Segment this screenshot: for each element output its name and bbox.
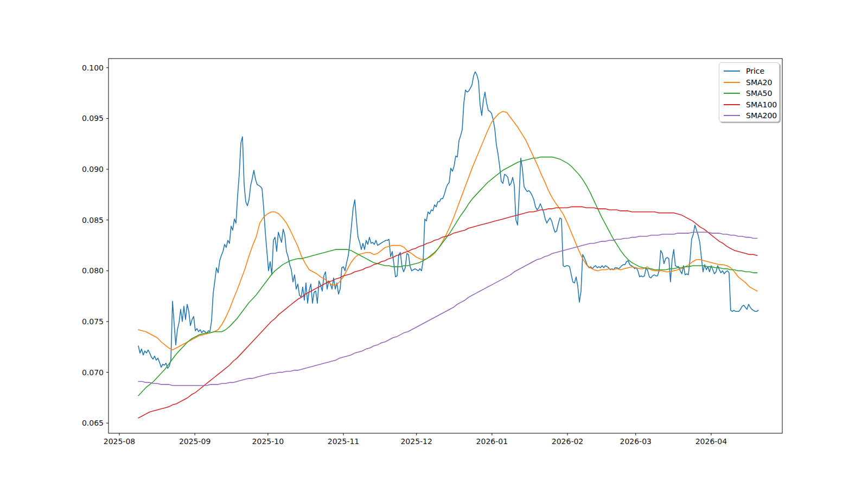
x-tick-label: 2026-02	[552, 437, 584, 446]
series-line-sma100	[138, 207, 757, 418]
axes-spines	[108, 59, 782, 433]
legend-line-sample	[724, 93, 740, 94]
legend-line-sample	[724, 70, 740, 72]
y-tick-label: 0.085	[82, 216, 104, 224]
legend-item-sma50: SMA50	[719, 88, 779, 99]
y-tick-label: 0.090	[82, 165, 104, 174]
series-line-price	[138, 72, 758, 368]
y-tick-label: 0.095	[82, 114, 104, 123]
legend-item-price: Price	[719, 66, 779, 77]
y-tick-label: 0.070	[82, 368, 104, 377]
x-tick-label: 2026-03	[620, 437, 652, 446]
legend-item-sma20: SMA20	[719, 77, 779, 88]
legend-label: SMA100	[746, 101, 777, 108]
legend-label: Price	[746, 67, 764, 75]
y-tick-label: 0.075	[82, 317, 104, 326]
x-tick-label: 2025-08	[104, 437, 136, 446]
x-tick-label: 2026-01	[476, 437, 508, 446]
legend-label: SMA50	[746, 89, 772, 97]
legend-item-sma100: SMA100	[719, 99, 779, 111]
series-line-sma200	[138, 232, 757, 386]
legend-line-sample	[724, 82, 740, 83]
legend-line-sample	[724, 115, 740, 116]
legend-item-sma200: SMA200	[719, 110, 779, 121]
x-tick-label: 2025-10	[252, 437, 284, 446]
x-tick-label: 2025-11	[328, 437, 360, 446]
chart-figure: 2025-082025-092025-102025-112025-122026-…	[0, 0, 868, 488]
legend-label: SMA200	[746, 112, 777, 119]
y-tick-label: 0.065	[82, 419, 104, 427]
x-tick-label: 2025-09	[179, 437, 211, 446]
legend-line-sample	[724, 104, 740, 105]
x-tick-label: 2026-04	[695, 437, 727, 446]
legend-label: SMA20	[746, 79, 772, 86]
y-tick-label: 0.080	[82, 266, 104, 275]
x-tick-label: 2025-12	[400, 437, 432, 446]
series-line-sma20	[138, 111, 757, 350]
series-line-sma50	[138, 157, 757, 396]
y-tick-label: 0.100	[82, 63, 104, 72]
legend: PriceSMA20SMA50SMA100SMA200	[719, 62, 780, 122]
